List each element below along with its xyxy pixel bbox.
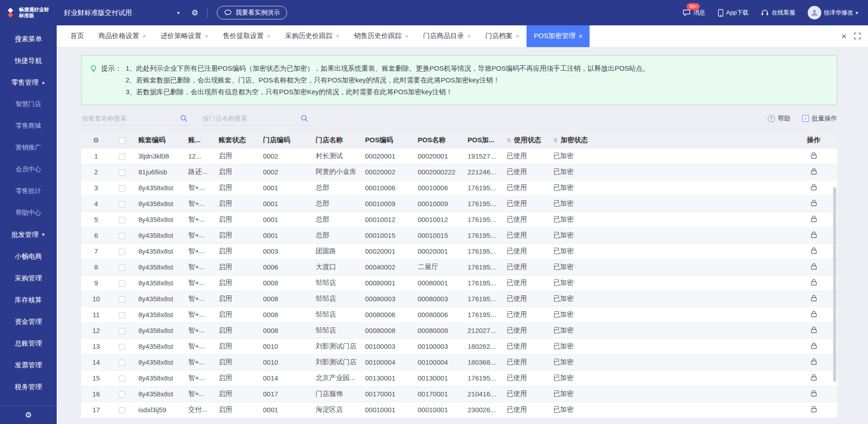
- sidebar-item-零售商城[interactable]: 零售商城: [0, 115, 57, 137]
- tab-门店商品目录[interactable]: 门店商品目录×: [416, 25, 478, 47]
- column-settings-gear-icon[interactable]: ⚙: [93, 136, 99, 144]
- tab-售价提取设置[interactable]: 售价提取设置×: [215, 25, 278, 47]
- close-icon[interactable]: ×: [841, 32, 847, 41]
- close-icon[interactable]: ×: [579, 33, 582, 40]
- settings-gear-icon[interactable]: ⚙: [191, 8, 198, 18]
- row-checkbox[interactable]: [119, 280, 125, 287]
- sidebar-item-采购管理[interactable]: 采购管理: [0, 267, 57, 289]
- col-header-use-status[interactable]: ⇅ 使用状态: [501, 133, 548, 148]
- close-icon[interactable]: ×: [205, 33, 208, 40]
- cell-account-code: 3ljdn3kl08: [133, 148, 183, 164]
- messages-button[interactable]: 99+ 消息: [683, 9, 705, 17]
- lock-icon[interactable]: [810, 152, 817, 159]
- lock-icon[interactable]: [810, 310, 817, 318]
- lock-icon[interactable]: [810, 215, 817, 222]
- close-icon[interactable]: ×: [336, 33, 340, 40]
- lock-icon[interactable]: [810, 390, 817, 397]
- cell-pos-code: 00130001: [360, 370, 412, 386]
- tab-销售历史价跟踪[interactable]: 销售历史价跟踪×: [347, 25, 416, 47]
- row-checkbox[interactable]: [119, 376, 125, 382]
- close-icon[interactable]: ×: [467, 33, 471, 40]
- close-icon[interactable]: ×: [142, 33, 146, 40]
- batch-operation-button[interactable]: ✓ 批量操作: [802, 115, 837, 123]
- row-checkbox[interactable]: [119, 328, 125, 334]
- close-icon[interactable]: ×: [405, 33, 409, 40]
- sidebar-item-帮助中心[interactable]: 帮助中心: [0, 202, 57, 224]
- lock-icon[interactable]: [810, 168, 817, 175]
- search-icon[interactable]: [180, 115, 188, 122]
- lock-icon[interactable]: [810, 358, 817, 365]
- row-checkbox[interactable]: [119, 360, 125, 366]
- sidebar-item-税务管理[interactable]: 税务管理: [0, 376, 57, 398]
- user-menu[interactable]: 徐泽华修改 ▾: [808, 6, 858, 19]
- sidebar-item-搜索菜单[interactable]: 搜索菜单: [0, 28, 57, 50]
- app-logo[interactable]: 畅捷通好业财 标准版: [0, 7, 57, 19]
- row-checkbox[interactable]: [119, 154, 125, 160]
- lock-icon[interactable]: [810, 326, 817, 333]
- lock-icon[interactable]: [810, 405, 817, 413]
- search-icon[interactable]: [301, 115, 308, 122]
- lock-icon[interactable]: [810, 374, 817, 381]
- lock-icon[interactable]: [810, 247, 817, 254]
- row-checkbox[interactable]: [119, 407, 125, 414]
- account-switcher[interactable]: 好业财标准版交付试用 ▾: [64, 9, 180, 17]
- row-checkbox[interactable]: [119, 344, 125, 350]
- row-checkbox[interactable]: [119, 201, 125, 207]
- sidebar-item-小畅电商[interactable]: 小畅电商: [0, 246, 57, 267]
- tab-进价策略设置[interactable]: 进价策略设置×: [153, 25, 215, 47]
- cell-use-status: 已使用: [501, 148, 548, 164]
- row-checkbox[interactable]: [119, 185, 125, 192]
- cell-store-name: 总部: [310, 196, 360, 212]
- sidebar-item-零售管理[interactable]: 零售管理▲: [0, 72, 57, 93]
- close-icon[interactable]: ×: [267, 33, 270, 40]
- store-search-input[interactable]: [202, 111, 310, 125]
- tab-商品价格设置[interactable]: 商品价格设置×: [91, 25, 153, 47]
- sidebar-item-资金管理[interactable]: 资金管理: [0, 311, 57, 332]
- lock-icon[interactable]: [810, 231, 817, 238]
- cell-store-code: 0008: [258, 323, 310, 338]
- app-download-button[interactable]: App下载: [718, 9, 748, 17]
- lock-icon[interactable]: [810, 183, 817, 191]
- online-service-button[interactable]: 在线客服: [761, 9, 795, 17]
- lock-icon[interactable]: [810, 263, 817, 270]
- cell-store-code: 0006: [258, 259, 310, 275]
- sidebar-item-智慧门店[interactable]: 智慧门店: [0, 93, 57, 115]
- sidebar-footer-gear[interactable]: ⚙: [0, 406, 57, 424]
- row-checkbox[interactable]: [119, 312, 125, 318]
- sidebar-item-发票管理[interactable]: 发票管理: [0, 354, 57, 376]
- help-button[interactable]: ? 帮助: [768, 115, 790, 123]
- sidebar-item-营销推广[interactable]: 营销推广: [0, 137, 57, 159]
- lock-icon[interactable]: [810, 199, 817, 207]
- tab-采购历史价跟踪[interactable]: 采购历史价跟踪×: [278, 25, 347, 47]
- sidebar-item-零售统计[interactable]: 零售统计: [0, 180, 57, 202]
- sidebar-item-快捷导航[interactable]: 快捷导航: [0, 50, 57, 72]
- lock-icon[interactable]: [810, 294, 817, 302]
- row-checkbox[interactable]: [119, 296, 125, 303]
- demo-button[interactable]: 我要看实例演示: [217, 6, 287, 19]
- sidebar-item-总账管理[interactable]: 总账管理: [0, 332, 57, 354]
- vertical-scrollbar[interactable]: [833, 187, 836, 382]
- tab-门店档案[interactable]: 门店档案×: [478, 25, 527, 47]
- row-checkbox[interactable]: [119, 265, 125, 271]
- lock-icon[interactable]: [810, 342, 817, 349]
- sidebar-item-库存核算[interactable]: 库存核算: [0, 289, 57, 311]
- sidebar-item-批发管理[interactable]: 批发管理▼: [0, 224, 57, 246]
- select-all-checkbox[interactable]: [119, 138, 125, 144]
- sidebar-item-会员中心[interactable]: 会员中心: [0, 159, 57, 180]
- cell-pos-name: 00130001: [412, 370, 462, 386]
- fullscreen-icon[interactable]: [854, 33, 861, 39]
- col-header-encrypt-status[interactable]: ⇅ 加密状态: [548, 133, 603, 148]
- lock-icon[interactable]: [810, 279, 817, 286]
- row-checkbox[interactable]: [119, 233, 125, 239]
- row-checkbox[interactable]: [119, 169, 125, 176]
- close-icon[interactable]: ×: [516, 33, 519, 40]
- tab-首页[interactable]: 首页: [63, 25, 91, 47]
- tip-line: 3、若数据库已删除，会出现所有信息都为空，只有POS加密Key的情况，此时需要在…: [126, 86, 649, 98]
- account-search-input[interactable]: [81, 111, 189, 125]
- cell-pos-code: 00020001: [360, 243, 412, 259]
- cell-store-name: 邹邹店: [310, 307, 360, 323]
- tab-POS加密管理[interactable]: POS加密管理×: [527, 25, 590, 47]
- row-checkbox[interactable]: [119, 217, 125, 223]
- row-checkbox[interactable]: [119, 249, 125, 255]
- row-checkbox[interactable]: [119, 391, 125, 398]
